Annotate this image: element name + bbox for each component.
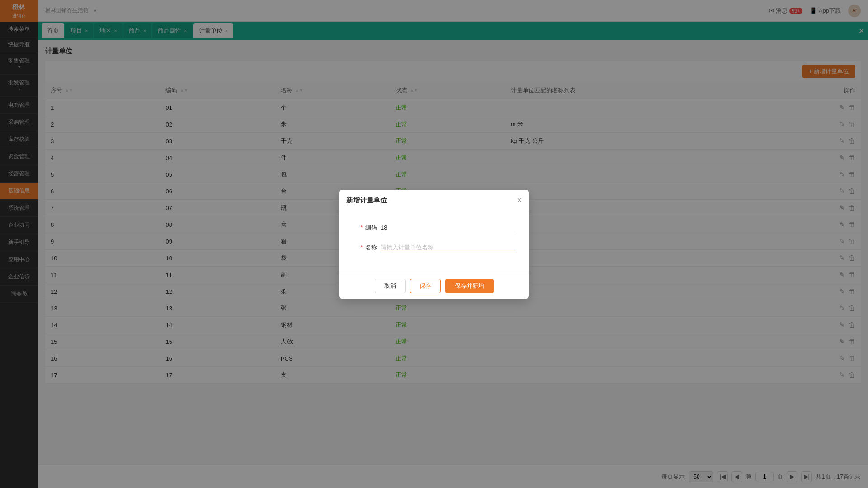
code-input[interactable] bbox=[381, 222, 514, 233]
name-required-star: * bbox=[360, 244, 363, 251]
name-input[interactable] bbox=[381, 242, 514, 253]
code-form-row: * 编码 bbox=[354, 222, 514, 233]
modal-close-btn[interactable]: × bbox=[517, 196, 522, 204]
name-form-row: * 名称 bbox=[354, 242, 514, 253]
modal-title: 新增计量单位 bbox=[346, 196, 387, 205]
add-unit-modal: 新增计量单位 × * 编码 * 名称 取消 保存 保存并新增 bbox=[339, 190, 529, 299]
save-button[interactable]: 保存 bbox=[410, 279, 441, 293]
cancel-button[interactable]: 取消 bbox=[375, 279, 406, 293]
code-required-star: * bbox=[360, 224, 363, 231]
modal-header: 新增计量单位 × bbox=[339, 190, 529, 211]
code-label: * 编码 bbox=[354, 224, 381, 232]
modal-overlay[interactable]: 新增计量单位 × * 编码 * 名称 取消 保存 保存并新增 bbox=[0, 0, 868, 488]
modal-footer: 取消 保存 保存并新增 bbox=[339, 273, 529, 299]
modal-body: * 编码 * 名称 bbox=[339, 211, 529, 273]
save-and-new-button[interactable]: 保存并新增 bbox=[445, 279, 494, 293]
name-label: * 名称 bbox=[354, 244, 381, 252]
